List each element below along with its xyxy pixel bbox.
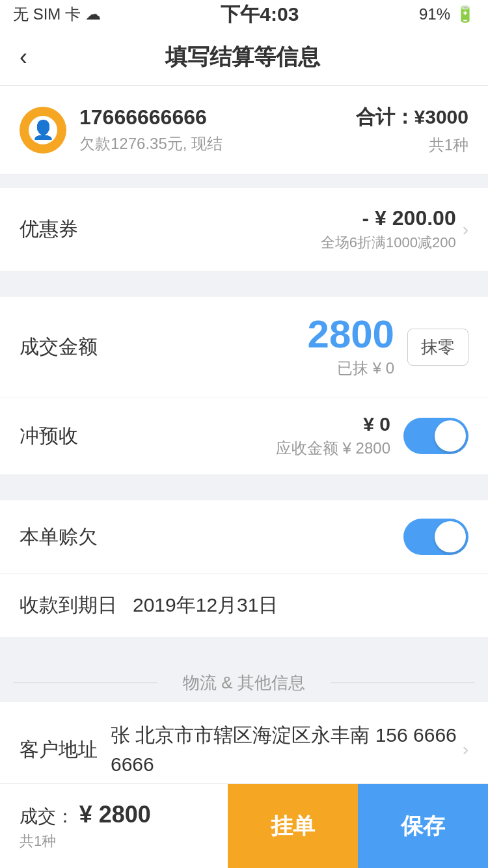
bottom-deal-amount: ¥ 2800: [79, 801, 151, 828]
nav-bar: ‹ 填写结算等信息: [0, 29, 488, 86]
status-time: 下午4:03: [221, 1, 299, 28]
address-value: 张 北京市市辖区海淀区永丰南 156 6666 6666: [111, 720, 463, 779]
customer-card: 👤 17666666666 欠款1276.35元, 现结 合计：¥3000 共1…: [0, 86, 488, 174]
customer-phone: 17666666666: [79, 105, 356, 129]
prepaid-label: 冲预收: [20, 423, 78, 450]
avatar-icon: 👤: [32, 119, 55, 141]
signal-text: 无 SIM 卡 ☁: [13, 4, 101, 25]
coupon-desc: 全场6折满1000减200: [321, 233, 456, 252]
coupon-discount: - ¥ 200.00 全场6折满1000减200: [321, 206, 456, 252]
prepaid-amount: ¥ 0: [276, 413, 390, 435]
logistics-line-left: [13, 683, 157, 683]
erase-button[interactable]: 抹零: [407, 329, 468, 366]
coupon-row[interactable]: 优惠券 - ¥ 200.00 全场6折满1000减200 ›: [0, 187, 488, 271]
coupon-amount: - ¥ 200.00: [321, 206, 456, 230]
prepaid-amount-wrap: ¥ 0 应收金额 ¥ 2800: [276, 413, 390, 459]
bottom-bar: 成交： ¥ 2800 共1种 挂单 保存: [0, 783, 488, 868]
logistics-divider: 物流 & 其他信息: [0, 663, 488, 702]
prepaid-toggle[interactable]: [403, 418, 468, 454]
due-date-row: 收款到期日 2019年12月31日: [0, 573, 488, 637]
battery-text: 91%: [419, 5, 450, 23]
bad-debt-toggle-knob: [435, 521, 466, 552]
bad-debt-label: 本单赊欠: [20, 524, 98, 550]
coupon-right: - ¥ 200.00 全场6折满1000减200 ›: [321, 206, 468, 252]
deal-row: 成交金额 2800 已抹 ¥ 0 抹零: [0, 297, 488, 398]
customer-debt: 欠款1276.35元, 现结: [79, 133, 356, 154]
total-amount: 合计：¥3000: [356, 104, 468, 131]
prepaid-receivable: 应收金额 ¥ 2800: [276, 438, 390, 459]
status-bar: 无 SIM 卡 ☁ 下午4:03 91% 🔋: [0, 0, 488, 29]
address-label: 客户地址: [20, 737, 98, 763]
prepaid-row: 冲预收 ¥ 0 应收金额 ¥ 2800: [0, 398, 488, 474]
status-left: 无 SIM 卡 ☁: [13, 4, 101, 25]
battery-icon: 🔋: [455, 5, 475, 23]
divider-2: [0, 487, 488, 500]
page-title: 填写结算等信息: [40, 42, 445, 72]
bad-debt-row: 本单赊欠: [0, 500, 488, 573]
hang-button[interactable]: 挂单: [228, 784, 358, 869]
deal-section: 成交金额 2800 已抹 ¥ 0 抹零 冲预收 ¥ 0 应收金额 ¥ 2800: [0, 297, 488, 474]
divider-3: [0, 650, 488, 663]
chevron-right-icon: ›: [463, 219, 468, 240]
logistics-text: 物流 & 其他信息: [183, 671, 305, 694]
toggle-knob: [435, 420, 466, 452]
save-button[interactable]: 保存: [358, 784, 488, 869]
deal-amount-wrap: 2800 已抹 ¥ 0: [308, 315, 394, 379]
total-count: 共1种: [356, 135, 468, 156]
bottom-deal-row: 成交： ¥ 2800: [20, 801, 208, 829]
deal-right: 2800 已抹 ¥ 0 抹零: [308, 315, 468, 379]
deal-label: 成交金额: [20, 334, 98, 360]
customer-info: 17666666666 欠款1276.35元, 现结: [79, 105, 356, 154]
bottom-info: 成交： ¥ 2800 共1种: [0, 801, 228, 851]
bad-debt-section: 本单赊欠 收款到期日 2019年12月31日: [0, 500, 488, 637]
coupon-label: 优惠券: [20, 216, 78, 243]
customer-total: 合计：¥3000 共1种: [356, 104, 468, 156]
divider-1: [0, 284, 488, 297]
address-chevron-icon: ›: [463, 739, 468, 760]
status-right: 91% 🔋: [419, 5, 475, 23]
due-date-value: 2019年12月31日: [133, 592, 278, 619]
deal-amount: 2800: [308, 315, 394, 354]
due-date-label: 收款到期日: [20, 592, 117, 619]
bottom-deal-label: 成交：: [20, 806, 74, 826]
bad-debt-toggle[interactable]: [403, 519, 468, 555]
bottom-count: 共1种: [20, 832, 208, 851]
content-area: 👤 17666666666 欠款1276.35元, 现结 合计：¥3000 共1…: [0, 86, 488, 868]
prepaid-right: ¥ 0 应收金额 ¥ 2800: [276, 413, 468, 459]
back-button[interactable]: ‹: [20, 44, 27, 71]
deal-erased: 已抹 ¥ 0: [308, 358, 394, 379]
logistics-line-right: [331, 683, 475, 683]
avatar: 👤: [20, 107, 66, 154]
